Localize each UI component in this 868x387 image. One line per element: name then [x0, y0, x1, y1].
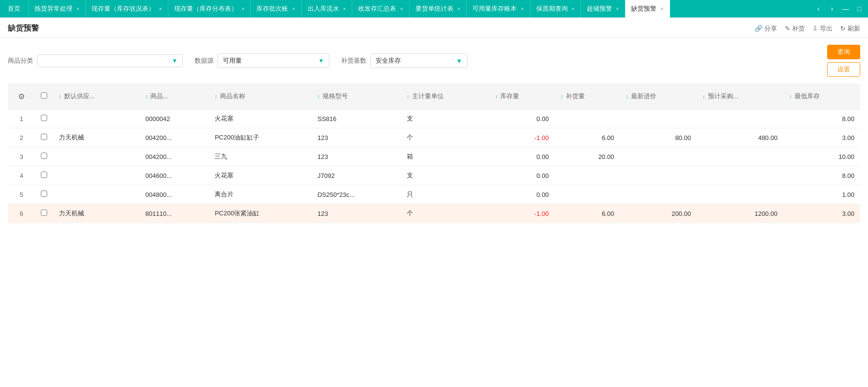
refresh-btn[interactable]: ↻ 刷新	[840, 24, 860, 33]
nav-tab-tab11[interactable]: 缺货预警×	[625, 0, 669, 18]
row-product-code: 801110...	[140, 204, 209, 223]
data-source-filter: 数据源 可用量 ▼	[195, 53, 329, 68]
product-category-arrow-icon: ▼	[172, 57, 178, 64]
nav-tab-tab6[interactable]: 收发存汇总表×	[352, 0, 409, 18]
tab-close-icon[interactable]: ×	[343, 6, 346, 12]
table-body: 1 0000042 火花塞 SS816 支 0.00 8.00 2 力天机械 0…	[8, 109, 860, 223]
data-table: ⚙ ↕ 默认供应... ↕ 商品... ↕ 商品名称	[8, 84, 860, 223]
col-header-unit[interactable]: ↕ 主计量单位	[401, 84, 489, 109]
row-latest-price	[620, 166, 697, 185]
col-header-settings: ⚙	[8, 84, 35, 109]
sort-icon-spec: ↕	[317, 94, 320, 99]
col-header-supplier[interactable]: ↕ 默认供应...	[53, 84, 140, 109]
query-button[interactable]: 查询	[827, 45, 860, 59]
data-source-label: 数据源	[195, 56, 214, 65]
col-header-product-code[interactable]: ↕ 商品...	[140, 84, 209, 109]
replenish-btn[interactable]: ✎ 补货	[785, 24, 805, 33]
nav-tab-tab4[interactable]: 库存批次账×	[251, 0, 301, 18]
home-label: 首页	[8, 4, 20, 13]
tab-close-icon[interactable]: ×	[660, 6, 663, 12]
col-header-product-name[interactable]: ↕ 商品名称	[209, 84, 311, 109]
row-estimated-purchase: 480.00	[697, 128, 783, 147]
tab-label: 要货单统计表	[416, 4, 453, 13]
nav-tab-tab10[interactable]: 超储预警×	[581, 0, 625, 18]
tab-label: 现存量（库存状况表）	[91, 4, 155, 13]
row-checkbox[interactable]	[41, 115, 47, 121]
col-header-replenish[interactable]: ↕ 补货量	[555, 84, 620, 109]
sort-icon-stock: ↕	[495, 94, 498, 99]
tab-close-icon[interactable]: ×	[457, 6, 460, 12]
tab-close-icon[interactable]: ×	[241, 6, 244, 12]
row-number: 5	[8, 185, 35, 204]
row-stock: 0.00	[489, 166, 555, 185]
replenish-base-value: 安全库存	[376, 56, 401, 65]
product-category-select[interactable]: ▼	[37, 54, 183, 67]
col-product-code-label: 商品...	[150, 92, 168, 100]
home-tab[interactable]: 首页	[0, 0, 29, 18]
nav-tab-tab8[interactable]: 可用量库存账本×	[467, 0, 530, 18]
minimize-btn[interactable]: —	[839, 2, 852, 16]
row-checkbox[interactable]	[41, 172, 47, 178]
row-latest-price	[620, 185, 697, 204]
col-header-estimated-purchase[interactable]: ↕ 预计采购...	[697, 84, 783, 109]
table-settings-icon[interactable]: ⚙	[14, 88, 29, 104]
row-checkbox[interactable]	[41, 134, 47, 140]
row-checkbox[interactable]	[41, 191, 47, 197]
sort-icon-min-stock: ↕	[789, 94, 792, 99]
col-estimated-purchase-label: 预计采购...	[708, 92, 739, 100]
nav-tab-tab3[interactable]: 现存量（库存分布表）×	[168, 0, 251, 18]
row-latest-price: 80.00	[620, 128, 697, 147]
tab-close-icon[interactable]: ×	[400, 6, 403, 12]
row-replenish	[555, 166, 620, 185]
export-label: 导出	[820, 24, 832, 33]
next-tab-btn[interactable]: ›	[825, 2, 839, 16]
row-number: 4	[8, 166, 35, 185]
col-header-stock[interactable]: ↕ 库存量	[489, 84, 555, 109]
nav-tab-tab5[interactable]: 出入库流水×	[302, 0, 352, 18]
col-header-min-stock[interactable]: ↕ 最低库存	[783, 84, 860, 109]
row-product-name: 火花塞	[209, 109, 311, 128]
table-container: ⚙ ↕ 默认供应... ↕ 商品... ↕ 商品名称	[0, 84, 868, 223]
select-all-checkbox[interactable]	[41, 92, 47, 99]
row-replenish: 6.00	[555, 128, 620, 147]
nav-tab-tab7[interactable]: 要货单统计表×	[410, 0, 467, 18]
row-unit: 个	[401, 128, 489, 147]
col-product-name-label: 商品名称	[220, 92, 245, 100]
nav-tab-tab2[interactable]: 现存量（库存状况表）×	[86, 0, 168, 18]
maximize-btn[interactable]: □	[852, 2, 866, 16]
row-supplier	[53, 185, 140, 204]
row-min-stock: 8.00	[783, 109, 860, 128]
prev-tab-btn[interactable]: ‹	[812, 2, 825, 16]
tab-label: 现存量（库存分布表）	[174, 4, 237, 13]
share-btn[interactable]: 🔗 分享	[755, 24, 777, 33]
row-latest-price	[620, 109, 697, 128]
table-row: 2 力天机械 004200... PC200油缸缸子 123 个 -1.00 6…	[8, 128, 860, 147]
col-header-spec[interactable]: ↕ 规格型号	[311, 84, 400, 109]
tab-close-icon[interactable]: ×	[572, 6, 575, 12]
export-btn[interactable]: ⇩ 导出	[813, 24, 832, 33]
row-product-name: PC200张紧油缸	[209, 204, 311, 223]
col-header-latest-price[interactable]: ↕ 最新进价	[620, 84, 697, 109]
tab-close-icon[interactable]: ×	[159, 6, 162, 12]
sort-icon-supplier: ↕	[59, 94, 61, 99]
tab-close-icon[interactable]: ×	[76, 6, 79, 12]
nav-tab-tab9[interactable]: 保质期查询×	[530, 0, 581, 18]
settings-button[interactable]: 设置	[827, 62, 860, 77]
row-unit: 支	[401, 109, 489, 128]
replenish-base-select[interactable]: 安全库存 ▼	[370, 53, 468, 68]
sort-icon-estimated-purchase: ↕	[703, 94, 705, 99]
row-checkbox[interactable]	[41, 153, 47, 159]
filter-area: 商品分类 ▼ 数据源 可用量 ▼ 补货基数 安全库存 ▼ 查询 设置	[0, 38, 868, 84]
table-header-row: ⚙ ↕ 默认供应... ↕ 商品... ↕ 商品名称	[8, 84, 860, 109]
tab-close-icon[interactable]: ×	[616, 6, 619, 12]
col-spec-label: 规格型号	[323, 92, 348, 100]
row-replenish	[555, 109, 620, 128]
tab-close-icon[interactable]: ×	[521, 6, 524, 12]
data-source-select[interactable]: 可用量 ▼	[217, 53, 329, 68]
col-stock-label: 库存量	[500, 92, 519, 100]
tab-close-icon[interactable]: ×	[292, 6, 295, 12]
row-supplier: 力天机械	[53, 128, 140, 147]
row-checkbox-cell	[35, 109, 53, 128]
row-checkbox[interactable]	[41, 210, 47, 216]
nav-tab-tab1[interactable]: 拣货异常处理×	[29, 0, 86, 18]
